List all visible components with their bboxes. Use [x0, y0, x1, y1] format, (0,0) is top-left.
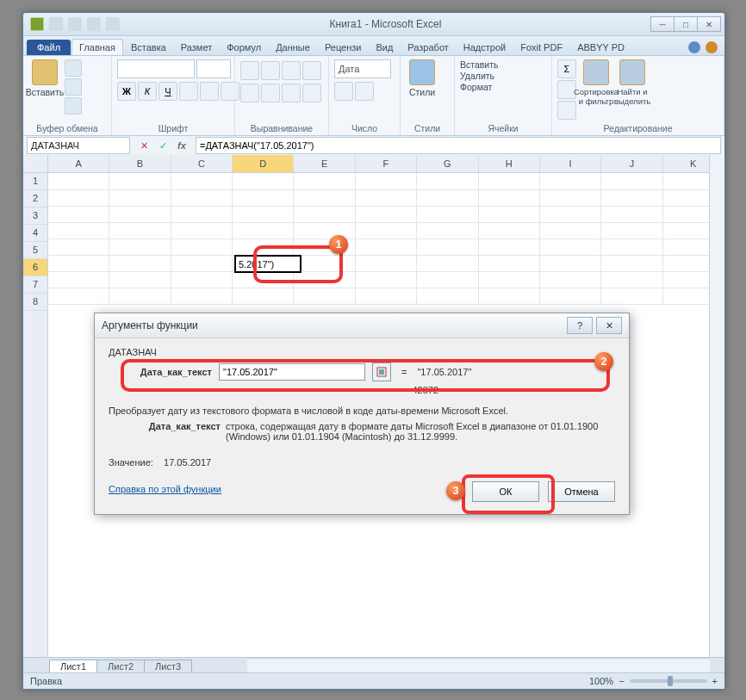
- format-painter-button[interactable]: [65, 97, 82, 115]
- row-header[interactable]: 1: [23, 173, 47, 190]
- zoom-out[interactable]: −: [619, 676, 624, 686]
- function-description: Преобразует дату из текстового формата в…: [109, 406, 615, 416]
- percent[interactable]: [355, 82, 374, 101]
- bold-button[interactable]: Ж: [117, 82, 136, 101]
- tab-abbyy[interactable]: ABBYY PD: [570, 40, 631, 55]
- group-font: Шрифт: [117, 123, 229, 135]
- row-header[interactable]: 7: [23, 276, 47, 294]
- font-size[interactable]: [196, 59, 231, 78]
- col-header[interactable]: G: [417, 155, 478, 172]
- col-header[interactable]: D: [233, 155, 294, 172]
- qat-undo[interactable]: [68, 17, 82, 31]
- border-button[interactable]: [179, 82, 198, 101]
- col-header[interactable]: C: [171, 155, 233, 172]
- find-select-button[interactable]: Найти и выделить: [616, 59, 649, 106]
- tab-file[interactable]: Файл: [27, 40, 71, 55]
- enter-formula[interactable]: ✓: [154, 137, 171, 154]
- tab-developer[interactable]: Разработ: [401, 40, 455, 55]
- range-picker-icon[interactable]: [372, 362, 391, 381]
- row-header[interactable]: 5: [23, 242, 47, 259]
- underline-button[interactable]: Ч: [159, 82, 177, 101]
- cells-insert[interactable]: Вставить: [460, 59, 499, 70]
- cells-delete[interactable]: Удалить: [460, 71, 494, 81]
- qat-more[interactable]: [106, 17, 120, 31]
- col-header[interactable]: J: [601, 155, 662, 172]
- tab-home[interactable]: Главная: [71, 39, 123, 55]
- number-format[interactable]: Дата: [334, 59, 391, 78]
- italic-button[interactable]: К: [138, 82, 157, 101]
- select-all-corner[interactable]: [23, 155, 47, 173]
- window-title: Книга1 - Microsoft Excel: [120, 18, 651, 30]
- tab-foxit[interactable]: Foxit PDF: [513, 40, 569, 55]
- qat-redo[interactable]: [87, 17, 101, 31]
- horizontal-scrollbar[interactable]: [247, 658, 710, 673]
- options-icon[interactable]: [706, 41, 718, 53]
- vertical-scrollbar[interactable]: [709, 155, 724, 658]
- dialog-close-button[interactable]: ✕: [596, 317, 622, 334]
- row-header[interactable]: 6: [23, 259, 47, 276]
- row-header[interactable]: 8: [23, 294, 47, 311]
- tab-view[interactable]: Вид: [369, 40, 400, 55]
- currency[interactable]: [334, 82, 353, 101]
- align-bottom[interactable]: [282, 61, 301, 80]
- col-header[interactable]: H: [479, 155, 540, 172]
- col-header[interactable]: F: [356, 155, 417, 172]
- row-header[interactable]: 4: [23, 225, 47, 242]
- styles-button[interactable]: Стили: [406, 59, 438, 97]
- qat-save[interactable]: [49, 17, 63, 31]
- fill-color-button[interactable]: [200, 82, 219, 101]
- align-left[interactable]: [240, 84, 259, 102]
- styles-icon: [409, 59, 435, 85]
- col-header[interactable]: B: [109, 155, 171, 172]
- align-right[interactable]: [282, 84, 301, 102]
- sort-filter-button[interactable]: Сортировка и фильтр: [580, 59, 612, 106]
- tab-addins[interactable]: Надстрой: [457, 40, 513, 55]
- font-name[interactable]: [117, 59, 195, 78]
- cut-button[interactable]: [65, 59, 82, 77]
- tab-review[interactable]: Рецензи: [318, 40, 369, 55]
- cell-grid[interactable]: 5.2017"): [48, 173, 724, 304]
- tab-formulas[interactable]: Формул: [220, 40, 268, 55]
- formula-input[interactable]: =ДАТАЗНАЧ("17.05.2017"): [196, 137, 721, 154]
- cancel-formula[interactable]: ✕: [135, 137, 152, 154]
- help-icon[interactable]: [688, 41, 700, 53]
- tab-insert[interactable]: Вставка: [124, 40, 173, 55]
- dialog-help-button[interactable]: ?: [567, 317, 593, 334]
- paste-button[interactable]: Вставить: [28, 59, 61, 97]
- cancel-button[interactable]: Отмена: [548, 481, 615, 502]
- fx-button[interactable]: fx: [173, 137, 190, 154]
- align-center[interactable]: [261, 84, 280, 102]
- autosum[interactable]: Σ: [557, 59, 576, 78]
- align-top[interactable]: [240, 61, 259, 80]
- orientation[interactable]: [302, 61, 321, 80]
- name-box[interactable]: ДАТАЗНАЧ: [27, 137, 130, 154]
- align-middle[interactable]: [261, 61, 280, 80]
- sheet-tab[interactable]: Лист3: [144, 660, 192, 672]
- sheet-tab[interactable]: Лист2: [96, 660, 145, 672]
- col-header[interactable]: A: [48, 155, 109, 172]
- zoom-in[interactable]: +: [712, 676, 718, 686]
- indent[interactable]: [302, 84, 321, 102]
- zoom-level[interactable]: 100%: [589, 676, 613, 686]
- arg-input[interactable]: [219, 363, 365, 381]
- maximize-button[interactable]: □: [674, 16, 698, 32]
- row-header[interactable]: 2: [23, 190, 47, 208]
- tab-layout[interactable]: Размет: [174, 40, 219, 55]
- help-link[interactable]: Справка по этой функции: [109, 484, 221, 494]
- zoom-slider[interactable]: [630, 679, 707, 683]
- copy-button[interactable]: [65, 78, 82, 96]
- minimize-button[interactable]: ─: [650, 16, 675, 32]
- active-cell[interactable]: 5.2017"): [234, 255, 302, 273]
- sheet-tab[interactable]: Лист1: [49, 660, 97, 672]
- close-button[interactable]: ✕: [697, 16, 721, 32]
- tab-data[interactable]: Данные: [269, 40, 317, 55]
- app-window: Книга1 - Microsoft Excel ─ □ ✕ Файл Глав…: [22, 12, 725, 690]
- cells-format[interactable]: Формат: [460, 82, 492, 92]
- svg-rect-1: [379, 369, 384, 375]
- col-header[interactable]: E: [294, 155, 355, 172]
- group-clipboard: Буфер обмена: [28, 123, 106, 135]
- dialog-titlebar[interactable]: Аргументы функции ? ✕: [95, 313, 629, 338]
- ok-button[interactable]: ОК: [472, 481, 539, 502]
- col-header[interactable]: I: [540, 155, 601, 172]
- row-header[interactable]: 3: [23, 208, 47, 225]
